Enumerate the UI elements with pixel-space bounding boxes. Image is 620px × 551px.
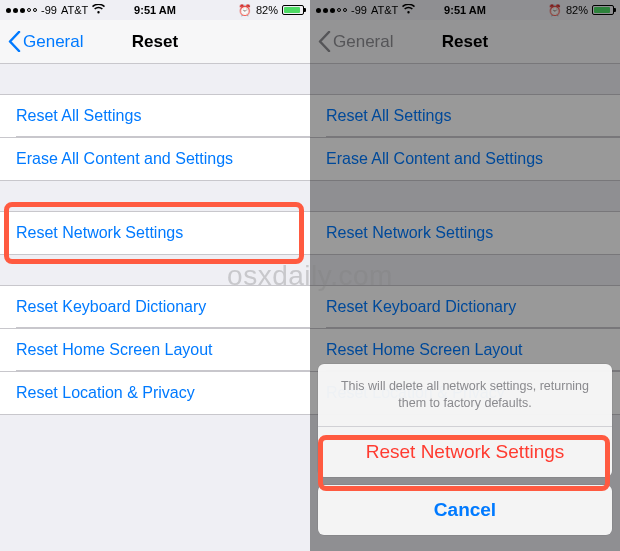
screen-right: -99 AT&T 9:51 AM ⏰ 82% General Reset Res… xyxy=(310,0,620,551)
chevron-left-icon xyxy=(8,31,21,52)
group-1: Reset All Settings Erase All Content and… xyxy=(0,94,310,181)
alarm-icon: ⏰ xyxy=(238,4,252,17)
battery-icon xyxy=(282,5,304,15)
clock: 9:51 AM xyxy=(134,4,176,16)
signal-strength: -99 xyxy=(41,4,57,16)
erase-all-content[interactable]: Erase All Content and Settings xyxy=(0,137,310,180)
sheet-confirm-button[interactable]: Reset Network Settings xyxy=(318,427,612,477)
group-3: Reset Keyboard Dictionary Reset Home Scr… xyxy=(0,285,310,415)
battery-pct: 82% xyxy=(256,4,278,16)
back-label: General xyxy=(23,32,83,52)
nav-bar: General Reset xyxy=(0,20,310,64)
reset-keyboard-dictionary[interactable]: Reset Keyboard Dictionary xyxy=(0,286,310,328)
signal-dots-icon xyxy=(6,8,37,13)
reset-home-screen-layout[interactable]: Reset Home Screen Layout xyxy=(0,328,310,371)
back-button[interactable]: General xyxy=(8,31,83,52)
carrier-name: AT&T xyxy=(61,4,88,16)
group-2: Reset Network Settings xyxy=(0,211,310,255)
reset-location-privacy[interactable]: Reset Location & Privacy xyxy=(0,371,310,414)
sheet-cancel-button[interactable]: Cancel xyxy=(318,485,612,535)
page-title: Reset xyxy=(132,32,178,52)
screen-left: -99 AT&T 9:51 AM ⏰ 82% General Reset Res… xyxy=(0,0,310,551)
action-sheet: This will delete all network settings, r… xyxy=(318,364,612,543)
wifi-icon xyxy=(92,4,105,16)
reset-all-settings[interactable]: Reset All Settings xyxy=(0,95,310,137)
reset-network-settings[interactable]: Reset Network Settings xyxy=(0,212,310,254)
status-bar: -99 AT&T 9:51 AM ⏰ 82% xyxy=(0,0,310,20)
sheet-message: This will delete all network settings, r… xyxy=(318,364,612,427)
